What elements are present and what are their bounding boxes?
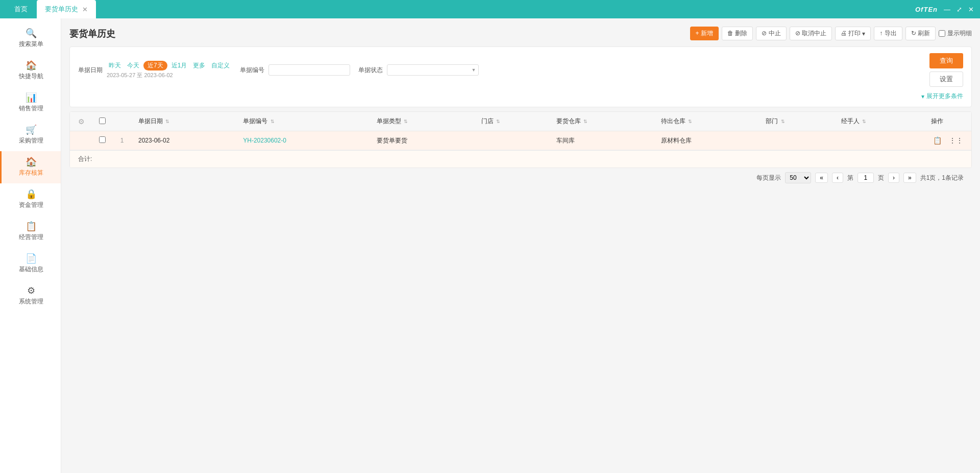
table-body: 1 2023-06-02 YH-20230602-0 要货单要货 车间库 原材料… — [70, 131, 971, 150]
tab-requisition-history[interactable]: 要货单历史 ✕ — [37, 0, 96, 18]
date-shortcut-last1month[interactable]: 近1月 — [169, 61, 189, 70]
expand-filter-button[interactable]: ▾ 展开更多条件 — [921, 92, 963, 101]
date-shortcut-last7days[interactable]: 近7天 — [143, 61, 167, 70]
handler-sort-icon[interactable]: ⇅ — [862, 119, 866, 124]
next-page-button[interactable]: › — [888, 173, 899, 183]
export-button[interactable]: ↑ 导出 — [874, 27, 902, 40]
date-col-header: 单据日期 ⇅ — [132, 112, 237, 131]
total-info: 共1页，1条记录 — [920, 174, 964, 182]
top-bar-right: OfTEn — ⤢ ✕ — [915, 6, 974, 13]
row-store-cell — [475, 131, 550, 150]
sidebar-item-operations[interactable]: 📋 经营管理 — [0, 216, 61, 248]
row-more-icon[interactable]: ⋮⋮ — [947, 135, 965, 146]
date-sort-icon[interactable]: ⇅ — [165, 119, 169, 124]
data-table: ⚙ 单据日期 ⇅ 单据编号 ⇅ 单据类型 — [70, 112, 971, 150]
basic-info-icon: 📄 — [26, 254, 37, 263]
page-title: 要货单历史 — [69, 28, 115, 40]
sidebar-item-finance[interactable]: 🔒 资金管理 — [0, 183, 61, 216]
display-detail-label[interactable]: 显示明细 — [939, 29, 972, 38]
order-no-col-header: 单据编号 ⇅ — [237, 112, 370, 131]
brand-label: OfTEn — [915, 6, 938, 13]
order-no-label: 单据编号 — [240, 66, 264, 75]
date-filter-label: 单据日期 — [78, 66, 103, 75]
prev-page-button[interactable]: ‹ — [832, 173, 843, 183]
order-no-filter-group: 单据编号 — [240, 64, 350, 76]
window-resize-icon[interactable]: ⤢ — [957, 6, 962, 13]
page-size-select[interactable]: 50 100 — [785, 172, 811, 183]
settings-col-header: ⚙ — [70, 112, 93, 131]
date-shortcut-custom[interactable]: 自定义 — [209, 61, 232, 70]
stop-button[interactable]: ⊘ 中止 — [756, 27, 786, 40]
tab-home[interactable]: 首页 — [6, 0, 36, 18]
sidebar-item-quick-nav[interactable]: 🏠 快捷导航 — [0, 55, 61, 87]
row-checkbox[interactable] — [99, 136, 106, 143]
status-select[interactable] — [387, 64, 479, 76]
sidebar-item-purchase-mgmt[interactable]: 🛒 采购管理 — [0, 119, 61, 151]
sidebar-item-basic-info[interactable]: 📄 基础信息 — [0, 248, 61, 280]
page-number-input[interactable] — [857, 173, 874, 183]
sidebar-item-inventory[interactable]: 🏠 库存核算 — [0, 151, 61, 183]
row-wait-warehouse-cell: 原材料仓库 — [655, 131, 760, 150]
print-button[interactable]: 🖨 打印 ▾ — [835, 27, 871, 40]
sidebar-item-label: 搜索菜单 — [19, 40, 43, 49]
settings-button[interactable]: 设置 — [929, 72, 963, 87]
status-filter-group: 单据状态 — [358, 64, 479, 76]
type-sort-icon[interactable]: ⇅ — [404, 119, 408, 124]
tab-close-icon[interactable]: ✕ — [82, 6, 88, 13]
date-filter-group: 单据日期 昨天 今天 近7天 近1月 更多 自定义 2023-05-27 至 2… — [78, 61, 232, 79]
order-no-input[interactable] — [268, 64, 350, 76]
date-range-text: 2023-05-27 至 2023-06-02 — [107, 72, 232, 79]
row-actions-cell: 📋 ⋮⋮ — [925, 131, 971, 150]
page-label: 页 — [878, 174, 884, 182]
sidebar-item-label: 系统管理 — [19, 297, 43, 306]
sidebar-item-sales-mgmt[interactable]: 📊 销售管理 — [0, 87, 61, 119]
first-page-button[interactable]: « — [815, 173, 828, 183]
checkbox-col-header — [93, 112, 112, 131]
sidebar-item-system[interactable]: ⚙ 系统管理 — [0, 280, 61, 312]
status-label: 单据状态 — [358, 66, 383, 75]
footer-label: 合计: — [78, 155, 92, 163]
sidebar-item-label: 采购管理 — [19, 136, 43, 145]
display-detail-checkbox[interactable] — [939, 30, 945, 37]
type-col-header: 单据类型 ⇅ — [371, 112, 475, 131]
query-button[interactable]: 查询 — [929, 53, 963, 68]
filter-area: 单据日期 昨天 今天 近7天 近1月 更多 自定义 2023-05-27 至 2… — [69, 46, 972, 107]
cancel-stop-button[interactable]: ⊘ 取消中止 — [790, 27, 832, 40]
actions-col-header: 操作 — [925, 112, 971, 131]
row-handler-cell — [835, 131, 925, 150]
print-dropdown-icon[interactable]: ▾ — [862, 30, 865, 37]
row-order-no-cell: YH-20230602-0 — [237, 131, 370, 150]
order-no-link[interactable]: YH-20230602-0 — [243, 137, 286, 144]
table-footer: 合计: — [70, 150, 971, 168]
delete-button[interactable]: 🗑 删除 — [722, 27, 753, 40]
row-checkbox-cell — [93, 131, 112, 150]
sidebar-item-label: 快捷导航 — [19, 72, 43, 81]
index-col-header — [112, 112, 132, 131]
expand-label: 展开更多条件 — [926, 92, 963, 101]
new-button[interactable]: + 新增 — [690, 27, 719, 40]
operations-icon: 📋 — [26, 222, 37, 231]
status-select-wrapper — [387, 64, 479, 76]
row-actions: 📋 ⋮⋮ — [931, 135, 965, 146]
pagination: 每页显示 50 100 « ‹ 第 页 › » 共1页，1条记录 — [69, 168, 972, 187]
sidebar-item-search-menu[interactable]: 🔍 搜索菜单 — [0, 22, 61, 55]
last-page-button[interactable]: » — [903, 173, 916, 183]
wait-warehouse-sort-icon[interactable]: ⇅ — [688, 119, 692, 124]
table-settings-icon[interactable]: ⚙ — [76, 115, 87, 128]
row-view-icon[interactable]: 📋 — [931, 135, 944, 146]
window-minimize-icon[interactable]: — — [944, 6, 950, 13]
store-sort-icon[interactable]: ⇅ — [496, 119, 500, 124]
top-bar: 首页 要货单历史 ✕ OfTEn — ⤢ ✕ — [0, 0, 980, 18]
window-close-icon[interactable]: ✕ — [968, 6, 974, 13]
tab-label: 要货单历史 — [45, 5, 78, 14]
req-warehouse-col-header: 要货仓库 ⇅ — [550, 112, 655, 131]
req-warehouse-sort-icon[interactable]: ⇅ — [583, 119, 587, 124]
inventory-icon: 🏠 — [26, 157, 37, 167]
select-all-checkbox[interactable] — [99, 117, 106, 124]
department-sort-icon[interactable]: ⇅ — [781, 119, 785, 124]
date-shortcut-today[interactable]: 今天 — [125, 61, 141, 70]
date-shortcut-more[interactable]: 更多 — [191, 61, 207, 70]
date-shortcut-yesterday[interactable]: 昨天 — [107, 61, 123, 70]
order-no-sort-icon[interactable]: ⇅ — [271, 119, 275, 124]
refresh-button[interactable]: ↻ 刷新 — [905, 27, 936, 40]
